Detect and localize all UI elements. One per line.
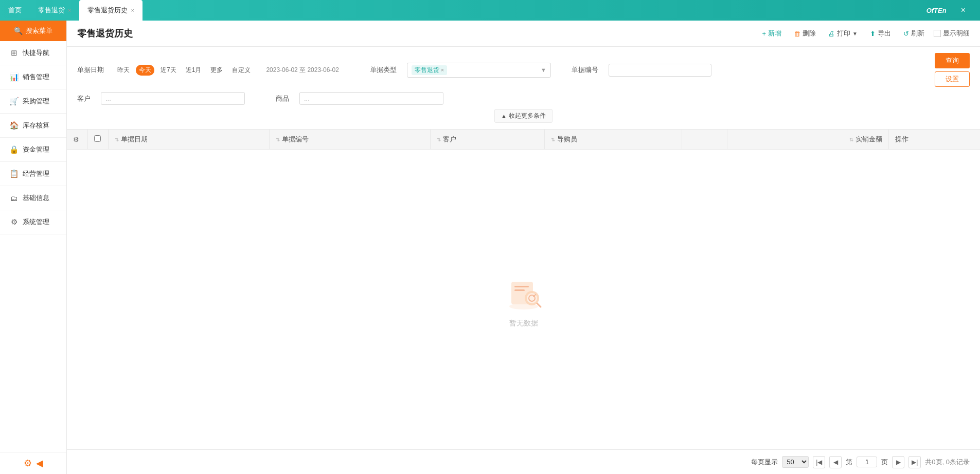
th-voucher-date[interactable]: ⇅ 单据日期 <box>108 130 269 150</box>
th-actual-amount-label: 实销金额 <box>856 135 882 144</box>
voucher-type-select[interactable]: 零售退货 × ▼ <box>407 63 551 78</box>
sidebar-search[interactable]: 🔍 搜索菜单 <box>0 21 66 41</box>
sidebar-item-inventory[interactable]: 🏠 库存核算 <box>0 114 66 138</box>
collapse-row: ▲ 收起更多条件 <box>77 107 970 123</box>
th-guide-sort: ⇅ <box>551 137 555 142</box>
basic-info-icon: 🗂 <box>9 193 19 203</box>
goods-dots: ... <box>304 95 310 102</box>
filter-area: 单据日期 昨天 今天 近7天 近1月 更多 自定义 2023-06-02 至 2… <box>67 47 980 130</box>
sidebar-item-quick-nav[interactable]: ⊞ 快捷导航 <box>0 41 66 65</box>
th-customer-sort: ⇅ <box>437 137 441 142</box>
goods-select[interactable]: ... <box>299 92 443 105</box>
first-page-button[interactable]: |◀ <box>813 456 825 468</box>
top-bar-right: OfTEn × <box>926 6 980 15</box>
show-detail-toggle[interactable]: 显示明细 <box>934 29 970 38</box>
print-label: 打印 <box>837 29 850 38</box>
goods-label: 商品 <box>276 94 289 103</box>
filter-row-2: 客户 ... 商品 ... <box>77 92 970 105</box>
th-checkbox[interactable] <box>87 130 108 150</box>
next-page-button[interactable]: ▶ <box>892 456 904 468</box>
table-header-row: ⚙ ⇅ 单据日期 ⇅ <box>67 130 980 150</box>
th-customer[interactable]: ⇅ 客户 <box>431 130 545 150</box>
tab-home[interactable]: 首页 <box>0 0 30 21</box>
th-gear[interactable]: ⚙ <box>67 130 87 150</box>
th-customer-label: 客户 <box>443 135 456 144</box>
show-detail-checkbox[interactable] <box>934 30 941 37</box>
tab-bar: 首页 零售退货 × 零售退货历史 × <box>0 0 926 21</box>
th-voucher-no-sort: ⇅ <box>276 137 280 142</box>
tab-retail-return-close[interactable]: × <box>68 7 71 13</box>
tab-retail-return-history-close[interactable]: × <box>131 7 134 13</box>
finance-icon: 🔒 <box>9 145 19 154</box>
page-label: 页 <box>881 458 888 467</box>
prev-page-button[interactable]: ◀ <box>829 456 842 468</box>
sidebar-item-ops-mgmt-label: 经营管理 <box>23 169 49 178</box>
quick-nav-icon: ⊞ <box>9 48 19 58</box>
voucher-type-value: 零售退货 <box>415 66 439 75</box>
sidebar-item-inventory-label: 库存核算 <box>23 121 49 130</box>
new-label: 新增 <box>768 29 781 38</box>
settings-bottom-icon[interactable]: ⚙ <box>24 458 32 469</box>
date-options: 昨天 今天 近7天 近1月 更多 自定义 <box>114 65 254 76</box>
tab-retail-return-history[interactable]: 零售退货历史 × <box>79 0 142 21</box>
sidebar-item-basic-info[interactable]: 🗂 基础信息 <box>0 186 66 210</box>
date-option-yesterday[interactable]: 昨天 <box>114 65 133 76</box>
sidebar-item-sales-mgmt[interactable]: 📊 销售管理 <box>0 65 66 89</box>
delete-label: 删除 <box>803 29 816 38</box>
data-table: ⚙ ⇅ 单据日期 ⇅ <box>67 130 980 150</box>
voucher-type-tag: 零售退货 × <box>412 65 447 75</box>
date-option-1month[interactable]: 近1月 <box>183 65 205 76</box>
collapse-sidebar-icon[interactable]: ◀ <box>36 458 43 469</box>
tab-home-label: 首页 <box>8 6 22 15</box>
collapse-label: 收起更多条件 <box>509 112 546 120</box>
date-option-custom[interactable]: 自定义 <box>229 65 254 76</box>
window-close-button[interactable]: × <box>955 6 972 15</box>
th-actual-amount[interactable]: ⇅ 实销金额 <box>727 130 888 150</box>
voucher-no-input[interactable] <box>609 64 711 77</box>
date-option-7days[interactable]: 近7天 <box>157 65 180 76</box>
voucher-no-label: 单据编号 <box>572 65 598 75</box>
query-set-buttons: 查询 设置 <box>935 53 970 87</box>
page-size-select[interactable]: 50 10 20 100 <box>782 456 809 468</box>
select-all-checkbox[interactable] <box>94 135 101 142</box>
refresh-label: 刷新 <box>911 29 924 38</box>
th-actual-amount-sort: ⇅ <box>849 137 853 142</box>
sidebar-item-ops-mgmt[interactable]: 📋 经营管理 <box>0 162 66 186</box>
sidebar-item-finance[interactable]: 🔒 资金管理 <box>0 138 66 162</box>
export-label: 导出 <box>878 29 891 38</box>
collapse-up-icon: ▲ <box>501 113 507 120</box>
delete-button[interactable]: 🗑 删除 <box>791 27 819 40</box>
set-button[interactable]: 设置 <box>935 71 970 87</box>
query-button[interactable]: 查询 <box>935 53 970 68</box>
refresh-button[interactable]: ↺ 刷新 <box>900 27 928 40</box>
th-voucher-date-sort-asc: ⇅ <box>115 137 119 142</box>
export-button[interactable]: ⬆ 导出 <box>867 27 894 40</box>
date-option-today[interactable]: 今天 <box>136 65 154 76</box>
svg-rect-2 <box>514 286 529 287</box>
sidebar-search-label: 搜索菜单 <box>26 26 52 35</box>
new-button[interactable]: + 新增 <box>759 27 785 40</box>
customer-select[interactable]: ... <box>101 92 245 105</box>
sidebar-item-sys-mgmt[interactable]: ⚙ 系统管理 <box>0 210 66 234</box>
th-voucher-no[interactable]: ⇅ 单据编号 <box>269 130 430 150</box>
voucher-type-remove[interactable]: × <box>441 67 444 73</box>
export-icon: ⬆ <box>870 30 876 38</box>
page-number-input[interactable] <box>857 457 877 467</box>
th-guide[interactable]: ⇅ 导购员 <box>544 130 682 150</box>
sidebar-item-purchase-mgmt[interactable]: 🛒 采购管理 <box>0 89 66 114</box>
print-icon: 🖨 <box>828 30 835 38</box>
empty-icon <box>503 271 544 313</box>
tab-retail-return-label: 零售退货 <box>38 6 65 15</box>
sidebar-item-sys-mgmt-label: 系统管理 <box>23 217 49 227</box>
tab-retail-return[interactable]: 零售退货 × <box>30 0 79 21</box>
date-option-more[interactable]: 更多 <box>207 65 226 76</box>
last-page-button[interactable]: ▶| <box>908 456 921 468</box>
sidebar-item-quick-nav-label: 快捷导航 <box>23 48 49 58</box>
sidebar-item-purchase-mgmt-label: 采购管理 <box>23 97 49 106</box>
sys-mgmt-icon: ⚙ <box>9 217 19 227</box>
page-size-label: 每页显示 <box>751 458 778 467</box>
date-range-display: 2023-06-02 至 2023-06-02 <box>266 66 338 75</box>
collapse-button[interactable]: ▲ 收起更多条件 <box>494 109 553 123</box>
print-button[interactable]: 🖨 打印 ▼ <box>825 27 861 40</box>
customer-dots: ... <box>105 95 111 102</box>
